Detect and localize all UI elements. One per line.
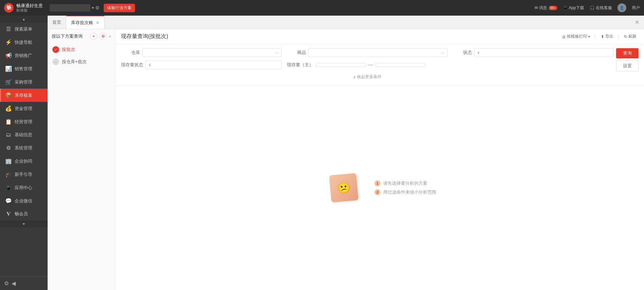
tab-close-icon[interactable]: ✕: [96, 20, 99, 25]
refresh-icon: ↻: [624, 34, 627, 39]
experience-button[interactable]: 体验行业方案: [104, 4, 135, 12]
main-layout: ▲ ☰ 搜索菜单 ⚡ 快捷导航 📢 营销推广 📊 销售管理 🛒 采购管理 📦 库…: [0, 16, 644, 290]
search-chevron-icon[interactable]: ▾: [92, 5, 94, 10]
product-input[interactable]: ···: [308, 48, 447, 57]
online-service-button[interactable]: 🎧 在线客服: [590, 5, 612, 11]
tab-panel-close-icon[interactable]: ✕: [630, 19, 644, 25]
marketing-icon: 📢: [5, 52, 12, 59]
filter-item-by-warehouse-batch[interactable]: ○ 按仓库+批次: [48, 56, 115, 68]
sidebar-item-operations[interactable]: 📋 经营管理: [0, 115, 48, 128]
tab-home[interactable]: 首页: [48, 16, 66, 29]
print-template-button[interactable]: 🖨 按模板打印 ▾: [560, 33, 592, 40]
empty-box: 😕: [329, 173, 359, 203]
sidebar-item-search-menu[interactable]: ☰ 搜索菜单: [0, 22, 48, 36]
topbar-gear-icon[interactable]: ⚙: [95, 5, 100, 11]
sidebar-scroll-up[interactable]: ▲: [0, 16, 48, 22]
user-label: 用户: [632, 5, 640, 11]
collapse-more-button[interactable]: ∧ 收起更多条件: [121, 73, 613, 81]
app-logo: 畅: [4, 3, 14, 13]
tab-inventory-batch[interactable]: 库存批次账 ✕: [66, 16, 104, 29]
sidebar-item-marketing[interactable]: 📢 营销推广: [0, 49, 48, 62]
collapse-up-icon: ∧: [353, 75, 356, 79]
hint-num-2: 2: [374, 189, 380, 195]
filter-settings-button[interactable]: ⚙: [99, 33, 107, 40]
sidebar-item-purchase[interactable]: 🛒 采购管理: [0, 75, 48, 89]
print-chevron-icon: ▾: [588, 35, 590, 38]
sidebar-item-label: 企业协同: [15, 158, 32, 164]
sidebar-item-label: 新手引导: [15, 171, 32, 178]
sidebar-item-quick-nav[interactable]: ⚡ 快捷导航: [0, 36, 48, 49]
settings-icon: ⚙: [101, 34, 105, 39]
search-row-2: 现存量状态 ∨ 现存量（主） —: [121, 60, 613, 69]
stock-status-label: 现存量状态: [121, 62, 143, 68]
sidebar-settings-icon[interactable]: ⚙: [4, 280, 9, 287]
filter-item-by-batch[interactable]: ✓ 按批次: [48, 43, 115, 56]
export-button[interactable]: ⬆ 导出: [599, 33, 615, 40]
sidebar-item-newbie[interactable]: 🎓 新手引导: [0, 168, 48, 181]
print-icon: 🖨: [562, 34, 566, 39]
sidebar-scroll-down[interactable]: ▼: [0, 220, 48, 227]
stock-quantity-max-input[interactable]: [375, 63, 426, 67]
search-input[interactable]: [50, 4, 90, 12]
content-area: 首页 库存批次账 ✕ ✕ 按以下方案查询 + ⚙: [48, 16, 644, 290]
stock-quantity-min-input[interactable]: [316, 63, 366, 67]
app-download-button[interactable]: 📱 App下载: [563, 5, 584, 11]
tab-bar: 首页 库存批次账 ✕ ✕: [48, 16, 644, 29]
sidebar-item-app-center[interactable]: 📱 应用中心: [0, 181, 48, 194]
search-actions: 查询 设置: [616, 48, 639, 71]
enterprise-icon: 🏢: [5, 158, 12, 164]
filter-item-active-icon: ✓: [52, 46, 59, 53]
settings-button[interactable]: 设置: [616, 60, 639, 71]
filter-add-button[interactable]: +: [90, 33, 97, 40]
empty-hints: 1 请先选择要分析的方案 2 用过滤条件来缩小分析范围: [374, 180, 436, 195]
filter-item-label: 按批次: [62, 47, 75, 53]
filter-panel-header: 按以下方案查询 + ⚙ «: [48, 29, 115, 43]
product-dots: ···: [441, 50, 444, 55]
warehouse-input[interactable]: ···: [142, 48, 282, 57]
avatar-icon: 👤: [620, 6, 624, 10]
empty-face-icon: 😕: [336, 181, 351, 195]
system-icon: ⚙: [5, 145, 12, 151]
quick-nav-icon: ⚡: [5, 39, 12, 46]
finance-icon: 💰: [5, 105, 12, 112]
query-button[interactable]: 查询: [616, 48, 639, 58]
sidebar-item-enterprise[interactable]: 🏢 企业协同: [0, 155, 48, 168]
empty-state: 😕 1 请先选择要分析的方案 2 用过滤条件来缩小分析范围: [116, 86, 644, 290]
filter-item-label: 按仓库+批次: [62, 59, 87, 65]
empty-hint-2: 2 用过滤条件来缩小分析范围: [374, 189, 436, 195]
sidebar-item-label: 采购管理: [15, 79, 32, 85]
refresh-button[interactable]: ↻ 刷新: [622, 33, 639, 40]
sidebar-item-inventory[interactable]: 📦 库存核算: [0, 89, 48, 102]
sidebar-item-basics[interactable]: 🗂 基础信息: [0, 128, 48, 141]
search-row-1: 仓库 ··· 商品 ···: [121, 48, 613, 57]
collapse-label: 收起更多条件: [357, 74, 382, 80]
sidebar-item-vip[interactable]: V 畅会员: [0, 207, 48, 220]
messages-button[interactable]: ✉ 消息 99+: [535, 5, 557, 11]
sidebar-item-system[interactable]: ⚙ 系统管理: [0, 141, 48, 155]
tab-inventory-batch-label: 库存批次账: [71, 20, 93, 26]
sidebar-item-label: 销售管理: [15, 66, 32, 72]
filter-collapse-icon[interactable]: «: [109, 34, 111, 39]
sidebar-item-finance[interactable]: 💰 资金管理: [0, 102, 48, 115]
topbar-search-area: ▾ ⚙: [50, 4, 100, 12]
sidebar-item-sales[interactable]: 📊 销售管理: [0, 62, 48, 75]
stock-status-input[interactable]: ∨: [145, 60, 282, 69]
hint-text-1: 请先选择要分析的方案: [383, 180, 427, 186]
sidebar-item-label: 库存核算: [15, 92, 32, 98]
product-field: 商品 ···: [287, 48, 447, 57]
sidebar-item-wechat[interactable]: 💬 企业微信: [0, 194, 48, 207]
basics-icon: 🗂: [5, 132, 12, 138]
page-title-bar: 现存量查询(按批次) 🖨 按模板打印 ▾ | ⬆ 导出 |: [116, 29, 644, 44]
filter-panel-actions: + ⚙ «: [90, 33, 111, 40]
status-input[interactable]: ∨: [474, 48, 613, 57]
purchase-icon: 🛒: [5, 79, 12, 85]
status-label: 状态: [453, 50, 472, 56]
add-icon: +: [92, 34, 95, 39]
user-avatar[interactable]: 👤: [617, 3, 626, 12]
app-version: 标准版: [16, 8, 46, 13]
app-title: 畅康通好生意: [16, 3, 43, 8]
sidebar-collapse-icon[interactable]: ◀: [12, 280, 16, 287]
filter-panel-title: 按以下方案查询: [52, 33, 83, 39]
app-center-icon: 📱: [5, 184, 12, 191]
sidebar: ▲ ☰ 搜索菜单 ⚡ 快捷导航 📢 营销推广 📊 销售管理 🛒 采购管理 📦 库…: [0, 16, 48, 290]
